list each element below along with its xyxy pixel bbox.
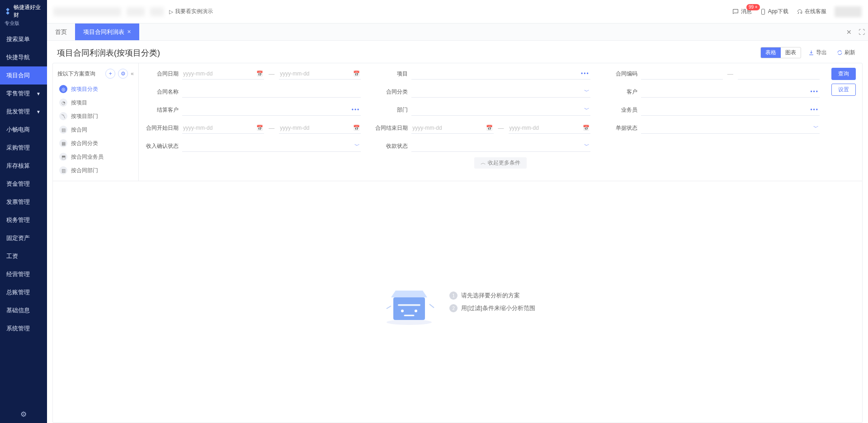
- contract-no-from[interactable]: [641, 70, 723, 78]
- chevron-down-icon: ▼: [36, 109, 41, 114]
- contract-no-to[interactable]: [738, 70, 820, 78]
- filter-end-date: 合同结束日期 📅 — 📅: [374, 122, 590, 134]
- scheme-item-4[interactable]: ▦按合同分类: [57, 136, 134, 150]
- customer-input[interactable]: [641, 88, 820, 96]
- tabs-close-all[interactable]: ✕: [843, 28, 855, 36]
- service-link[interactable]: 在线客服: [797, 8, 826, 15]
- filter-settle-customer: 结算客户 •••: [145, 104, 361, 116]
- sidebar-footer: ⚙: [0, 405, 47, 423]
- filter-card: 按以下方案查询 + ⚙ « ◎按项目分类◔按项目〽按项目部门▤按合同▦按合同分类…: [52, 63, 863, 423]
- scheme-item-6[interactable]: ▥按合同部门: [57, 164, 134, 177]
- scheme-icon: ◎: [59, 85, 67, 93]
- sidebar-item-2[interactable]: 项目合同: [0, 66, 47, 85]
- sidebar-item-16[interactable]: 系统管理: [0, 320, 47, 338]
- tabs-row: 首页 项目合同利润表 ✕ ✕ ⛶: [47, 24, 868, 41]
- content: 按以下方案查询 + ⚙ « ◎按项目分类◔按项目〽按项目部门▤按合同▦按合同分类…: [47, 63, 868, 423]
- setting-button[interactable]: 设置: [831, 84, 856, 96]
- svg-rect-3: [393, 297, 425, 320]
- start-date-from[interactable]: [182, 124, 264, 132]
- scheme-icon: ⬒: [59, 153, 67, 161]
- sidebar-item-10[interactable]: 税务管理: [0, 211, 47, 229]
- filters: 查询 设置 合同日期 📅 — 📅: [139, 63, 862, 181]
- contract-date-to[interactable]: [279, 70, 361, 78]
- department-select[interactable]: [411, 106, 590, 114]
- demo-link[interactable]: ▷ 我要看实例演示: [169, 8, 213, 15]
- empty-illustration-icon: [380, 277, 439, 327]
- tab-home[interactable]: 首页: [47, 24, 75, 40]
- brand-logo: 畅捷通好业财: [0, 0, 47, 20]
- tab-active[interactable]: 项目合同利润表 ✕: [75, 24, 139, 40]
- doc-status-select[interactable]: [641, 124, 820, 132]
- scheme-icon: 〽: [59, 112, 67, 120]
- sidebar-item-15[interactable]: 基础信息: [0, 301, 47, 320]
- sidebar-item-label: 项目合同: [6, 71, 30, 80]
- svg-marker-2: [391, 291, 427, 297]
- tabs-expand[interactable]: ⛶: [855, 28, 868, 36]
- seg-table[interactable]: 表格: [761, 47, 781, 58]
- export-button[interactable]: 导出: [806, 47, 830, 58]
- sidebar-item-9[interactable]: 发票管理: [0, 193, 47, 211]
- sidebar-item-8[interactable]: 资金管理: [0, 175, 47, 193]
- filter-doc-status: 单据状态 ﹀: [604, 122, 820, 134]
- filter-collection-status: 收款状态 ﹀: [374, 140, 590, 152]
- contract-cat-select[interactable]: [411, 88, 590, 96]
- scheme-collapse-icon[interactable]: «: [131, 70, 134, 77]
- sidebar-item-4[interactable]: 批发管理▼: [0, 103, 47, 121]
- sidebar-item-3[interactable]: 零售管理▼: [0, 85, 47, 103]
- refresh-button[interactable]: 刷新: [834, 47, 858, 58]
- env-blur: [127, 7, 145, 16]
- scheme-panel: 按以下方案查询 + ⚙ « ◎按项目分类◔按项目〽按项目部门▤按合同▦按合同分类…: [53, 63, 139, 181]
- start-date-to[interactable]: [279, 124, 361, 132]
- gear-icon[interactable]: ⚙: [20, 410, 27, 418]
- chevron-up-icon: ︿: [481, 159, 486, 167]
- sidebar-item-1[interactable]: 快捷导航: [0, 48, 47, 66]
- project-input[interactable]: [411, 70, 590, 78]
- scheme-item-0[interactable]: ◎按项目分类: [57, 82, 134, 96]
- filter-income-confirm: 收入确认状态 ﹀: [145, 140, 361, 152]
- scheme-icon: ◔: [59, 99, 67, 107]
- scheme-head-label: 按以下方案查询: [57, 70, 103, 78]
- filter-salesman: 业务员 •••: [604, 104, 820, 116]
- scheme-item-5[interactable]: ⬒按合同业务员: [57, 150, 134, 164]
- avatar-blur[interactable]: [835, 6, 862, 17]
- income-confirm-select[interactable]: [182, 142, 361, 150]
- contract-date-from[interactable]: [182, 70, 264, 78]
- sidebar-item-label: 资金管理: [6, 180, 30, 188]
- sidebar-item-5[interactable]: 小畅电商: [0, 121, 47, 139]
- sidebar-item-label: 工资: [6, 252, 18, 260]
- sidebar-item-13[interactable]: 经营管理: [0, 265, 47, 283]
- scheme-item-3[interactable]: ▤按合同: [57, 123, 134, 136]
- sidebar-item-12[interactable]: 工资: [0, 247, 47, 265]
- collapse-filters-button[interactable]: ︿ 收起更多条件: [474, 157, 527, 169]
- close-icon[interactable]: ✕: [127, 29, 131, 35]
- contract-name-input[interactable]: [182, 88, 361, 96]
- filter-department: 部门 ﹀: [374, 104, 590, 116]
- app-download[interactable]: App下载: [760, 8, 788, 15]
- scheme-setting-button[interactable]: ⚙: [118, 69, 128, 79]
- sidebar-item-label: 发票管理: [6, 198, 30, 206]
- settle-customer-input[interactable]: [182, 106, 361, 114]
- sidebar-item-label: 基础信息: [6, 306, 30, 315]
- end-date-from[interactable]: [411, 124, 493, 132]
- scheme-list: ◎按项目分类◔按项目〽按项目部门▤按合同▦按合同分类⬒按合同业务员▥按合同部门: [57, 82, 134, 177]
- svg-point-6: [415, 310, 417, 312]
- sidebar-item-14[interactable]: 总账管理: [0, 283, 47, 301]
- scheme-add-button[interactable]: +: [105, 69, 115, 79]
- scheme-item-2[interactable]: 〽按项目部门: [57, 109, 134, 123]
- salesman-input[interactable]: [641, 106, 820, 114]
- collection-status-select[interactable]: [411, 142, 590, 150]
- seg-chart[interactable]: 图表: [781, 47, 801, 58]
- top-header: ▷ 我要看实例演示 消息 99 + App下载 在线客服: [47, 0, 868, 24]
- sidebar-item-11[interactable]: 固定资产: [0, 229, 47, 247]
- msg-button[interactable]: 消息 99 +: [732, 8, 752, 15]
- end-date-to[interactable]: [509, 124, 590, 132]
- sidebar-item-7[interactable]: 库存核算: [0, 157, 47, 175]
- sidebar-item-0[interactable]: 搜索菜单: [0, 30, 47, 48]
- query-button[interactable]: 查询: [831, 68, 856, 80]
- phone-icon: [760, 9, 766, 15]
- sidebar-item-label: 库存核算: [6, 162, 30, 170]
- main: ▷ 我要看实例演示 消息 99 + App下载 在线客服: [47, 0, 868, 423]
- sidebar-item-6[interactable]: 采购管理: [0, 139, 47, 157]
- scheme-item-1[interactable]: ◔按项目: [57, 96, 134, 109]
- sidebar-item-label: 系统管理: [6, 324, 30, 333]
